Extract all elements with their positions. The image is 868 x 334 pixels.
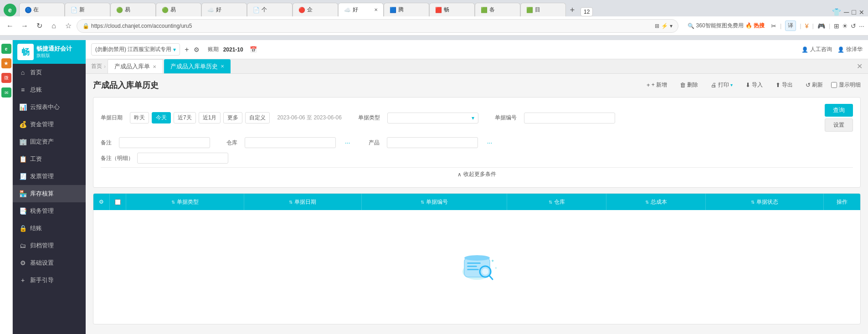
refresh-btn[interactable]: ↺ 刷新 <box>801 79 827 91</box>
browser-tab-11[interactable]: 🟩 各 <box>475 3 520 16</box>
th-type[interactable]: ⇅ 单据类型 <box>126 194 244 210</box>
search-360-tool[interactable]: 🔍 360智能抠图免费用 🔥 热搜 <box>684 21 768 31</box>
new-tab-button[interactable]: + <box>566 4 579 16</box>
sidebar-item-new-entry[interactable]: + 新手引导 <box>13 272 86 289</box>
date-7days-btn[interactable]: 近7天 <box>174 112 196 123</box>
company-settings-btn[interactable]: ⚙ <box>194 46 200 53</box>
warehouse-filter-input[interactable] <box>245 137 336 148</box>
user-service-btn[interactable]: 👤 人工咨询 <box>801 46 832 53</box>
sidebar-item-tax[interactable]: 📑 税务管理 <box>13 202 86 220</box>
close-window-button[interactable]: ✕ <box>859 9 864 16</box>
sidebar-item-inventory[interactable]: 🏪 库存核算 <box>13 185 86 202</box>
th-settings[interactable]: ⚙ <box>93 194 110 210</box>
export-btn[interactable]: ⬆ 导出 <box>771 79 797 91</box>
date-more-btn[interactable]: 更多 <box>223 112 242 123</box>
sidebar-item-home[interactable]: ⌂ 首页 <box>13 64 86 81</box>
browser-tab-3[interactable]: 🟢 易 <box>110 3 156 16</box>
yuan-btn[interactable]: ¥ <box>805 22 809 30</box>
browser-tab-10[interactable]: 🟥 畅 <box>429 3 475 16</box>
remark-detail-filter-input[interactable] <box>137 153 228 164</box>
settings-query-btn[interactable]: 设置 <box>825 118 853 132</box>
sidebar-item-ledger[interactable]: ≡ 总账 <box>13 81 86 98</box>
new-btn[interactable]: + + 新增 <box>642 79 672 91</box>
th-warehouse[interactable]: ⇅ 仓库 <box>507 194 606 210</box>
sidebar-item-invoice[interactable]: 🧾 发票管理 <box>13 168 86 185</box>
product-ellipsis[interactable]: ··· <box>485 139 494 146</box>
add-company-btn[interactable]: + <box>185 46 189 54</box>
warehouse-ellipsis[interactable]: ··· <box>343 139 352 146</box>
forward-button[interactable]: → <box>18 20 31 32</box>
browser-tab-6[interactable]: 📄 个 <box>247 3 293 16</box>
home-button[interactable]: ⌂ <box>47 20 60 32</box>
th-number[interactable]: ⇅ 单据编号 <box>362 194 507 210</box>
username-display[interactable]: 👤 徐泽华 <box>837 46 863 53</box>
import-btn[interactable]: ⬇ 导入 <box>741 79 767 91</box>
game-btn[interactable]: 🎮 <box>817 22 825 30</box>
browser-more-btn[interactable]: ··· <box>859 22 864 30</box>
date-yesterday-btn[interactable]: 昨天 <box>130 112 149 123</box>
tab-12-icon: 🟩 <box>526 7 533 13</box>
print-btn[interactable]: 🖨 打印 ▾ <box>706 79 737 91</box>
rail-icon-email[interactable]: ✉ <box>1 87 11 98</box>
scissors-icon[interactable]: ✂ <box>771 22 776 30</box>
company-selector[interactable]: (勿删勿禁用) 江西服宝测试专用 ▾ <box>91 43 180 56</box>
th-select-all-checkbox[interactable] <box>115 199 121 205</box>
grid-view-btn[interactable]: ⊞ <box>834 22 839 30</box>
date-1month-btn[interactable]: 近1月 <box>199 112 221 123</box>
breadcrumb-home[interactable]: 首页 <box>91 62 102 70</box>
query-btn[interactable]: 查询 <box>825 104 853 117</box>
minimize-button[interactable]: ─ <box>844 8 849 16</box>
dropdown-arrow[interactable]: ▾ <box>670 23 673 29</box>
browser-tab-4[interactable]: 🟢 易 <box>156 3 201 16</box>
th-cost[interactable]: ⇅ 总成本 <box>606 194 706 210</box>
th-date[interactable]: ⇅ 单据日期 <box>244 194 362 210</box>
bookmark-button[interactable]: ☆ <box>62 20 75 32</box>
calendar-icon[interactable]: 📅 <box>250 46 257 53</box>
page-tab-history[interactable]: 产成品入库单历史 ✕ <box>164 59 231 73</box>
browser-tab-9[interactable]: 🟦 腾 <box>384 3 429 16</box>
browser-tab-5[interactable]: ☁️ 好 <box>201 3 247 16</box>
sun-btn[interactable]: ☀ <box>842 22 848 30</box>
number-filter-input[interactable] <box>524 113 615 123</box>
browser-tab-8[interactable]: ☁️ 好 ✕ <box>338 3 384 16</box>
rail-icon-weibo[interactable]: 微 <box>1 73 11 83</box>
sidebar-item-salary[interactable]: 📋 工资 <box>13 150 86 168</box>
collapse-more-btn[interactable]: ∧ 收起更多条件 <box>101 167 853 181</box>
browser-app-icon[interactable]: e <box>4 4 16 16</box>
browser-refresh-btn[interactable]: ↺ <box>851 22 856 30</box>
page-tab-list[interactable]: 产成品入库单 ✕ <box>108 59 163 73</box>
browser-tab-1[interactable]: 🔵 在 <box>19 3 65 16</box>
th-status[interactable]: ⇅ 单据状态 <box>706 194 824 210</box>
back-button[interactable]: ← <box>4 20 16 32</box>
remark-filter-input[interactable] <box>119 137 210 148</box>
date-today-btn[interactable]: 今天 <box>152 112 171 123</box>
th-checkbox[interactable] <box>110 194 126 210</box>
browser-tab-7[interactable]: 🔴 企 <box>293 3 338 16</box>
product-filter-input[interactable] <box>387 137 478 148</box>
print-dropdown-arrow[interactable]: ▾ <box>730 82 733 87</box>
refresh-button[interactable]: ↻ <box>33 20 46 32</box>
sidebar-item-archive[interactable]: 🗂 归档管理 <box>13 237 86 254</box>
type-filter-select[interactable]: ▾ <box>387 113 478 123</box>
delete-btn[interactable]: 🗑 删除 <box>675 79 703 91</box>
address-bar[interactable]: 🔒 https://cloud.chanjet.com/accounting/u… <box>77 19 678 33</box>
show-col-checkbox-input[interactable] <box>831 82 837 88</box>
sidebar-item-fund[interactable]: 💰 资金管理 <box>13 116 86 133</box>
browser-tab-12[interactable]: 🟩 目 <box>520 3 566 16</box>
page-tab-history-close[interactable]: ✕ <box>221 64 224 69</box>
sidebar-item-fixed-asset[interactable]: 🏢 固定资产 <box>13 133 86 150</box>
tab-8-close[interactable]: ✕ <box>374 7 378 12</box>
page-tab-list-close[interactable]: ✕ <box>153 64 156 69</box>
rail-icon-star[interactable]: ★ <box>1 58 11 68</box>
sidebar-item-cloud-report[interactable]: 📊 云报表中心 <box>13 98 86 116</box>
tab-1-text: 在 <box>33 6 59 14</box>
sidebar-item-closing[interactable]: 🔒 结账 <box>13 220 86 237</box>
sidebar-item-basic-settings[interactable]: ⚙ 基础设置 <box>13 254 86 272</box>
page-close-button[interactable]: ✕ <box>857 62 863 71</box>
translate-btn[interactable]: 译 <box>785 21 796 31</box>
maximize-button[interactable]: □ <box>852 8 856 16</box>
show-col-option[interactable]: 显示明细 <box>831 81 861 89</box>
rail-icon-app[interactable]: e <box>1 44 11 54</box>
browser-tab-2[interactable]: 📄 新 <box>65 3 110 16</box>
date-custom-btn[interactable]: 自定义 <box>245 112 270 123</box>
